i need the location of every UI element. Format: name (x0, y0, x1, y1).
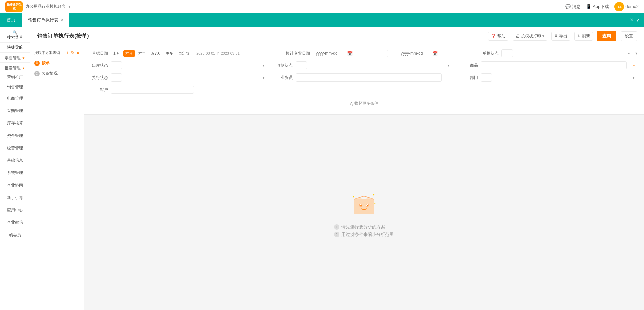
product-dots-btn[interactable]: ··· (629, 62, 637, 69)
payment-status-label: 收款状态 (275, 63, 293, 68)
collapse-panel-icon[interactable]: « (77, 50, 79, 55)
message-btn[interactable]: 💬 消息 (565, 4, 581, 10)
product-label: 商品 (461, 63, 478, 68)
sidebar-item-ecommerce[interactable]: 电商管理 (0, 92, 30, 105)
refresh-btn[interactable]: ↻ 刷新 (574, 32, 593, 41)
sidebar-item-operations[interactable]: 经营管理 (0, 142, 30, 154)
expected-date-start-wrapper: 📅 (313, 50, 388, 57)
sidebar-item-basic-info[interactable]: 基础信息 (0, 154, 30, 167)
scheme-item-shortage[interactable]: 欠 欠货情况 (30, 68, 84, 79)
user-name: demo2 (625, 4, 639, 9)
industry-dropdown-icon[interactable]: ▾ (68, 4, 71, 9)
wholesale-arrow-icon: ▲ (22, 66, 25, 70)
add-scheme-icon[interactable]: + (66, 50, 69, 55)
sidebar-search[interactable]: 🔍 搜索菜单 (0, 27, 30, 43)
page-header-actions: ❓ 帮助 🖨 按模板打印 ▾ ⬇ 导出 ↻ 刷新 查询 设置 (488, 31, 637, 45)
date-label: 单据日期 (91, 51, 108, 56)
user-avatar-btn[interactable]: Ea demo2 (614, 2, 639, 11)
sidebar-item-wholesale[interactable]: 批发管理 ▲ (0, 63, 30, 72)
sidebar-item-appstore[interactable]: 应用中心 (0, 204, 30, 216)
export-btn[interactable]: ⬇ 导出 (551, 32, 570, 41)
filter-collapse-section: ⋀ 收起更多条件 (91, 95, 637, 110)
refresh-icon: ↻ (577, 34, 581, 38)
tab-sales-exec[interactable]: 销售订单执行表 × (22, 13, 69, 27)
customer-dots-btn[interactable]: ··· (197, 86, 205, 93)
product-input[interactable] (481, 61, 627, 69)
sidebar-item-wechat[interactable]: 企业微信 (0, 216, 30, 229)
svg-point-4 (367, 205, 368, 206)
content-area: 按以下方案查询 + ✎ « 单 按单 欠 欠货情况 (30, 45, 644, 310)
calendar-end-icon[interactable]: 📅 (432, 51, 438, 56)
app-download-btn[interactable]: 📱 App下载 (586, 4, 609, 10)
dept-select-wrapper (481, 73, 637, 82)
customer-input[interactable] (111, 86, 194, 94)
collapse-filters-btn[interactable]: ⋀ 收起更多条件 (91, 99, 637, 108)
date-btn-this-month[interactable]: 本月 (123, 50, 135, 57)
sidebar-item-finance[interactable]: 资金管理 (0, 130, 30, 142)
collapse-arrow-icon: ⋀ (350, 101, 353, 106)
sidebar: 🔍 搜索菜单 快捷导航 零售管理 ▼ 批发管理 ▲ 营销推广 销售管理 电商管理… (0, 27, 30, 310)
sidebar-item-member[interactable]: 畅会员 (0, 229, 30, 241)
sidebar-quick-nav[interactable]: 快捷导航 (0, 43, 30, 53)
sidebar-item-inventory[interactable]: 库存核算 (0, 117, 30, 130)
svg-point-3 (360, 205, 362, 206)
right-panel: 单据日期 上月 本月 本年 近7天 更多 自定义 2023-03-01 至 20… (84, 45, 644, 310)
avatar: Ea (614, 2, 624, 11)
svg-rect-0 (354, 199, 374, 214)
empty-tip-2: 2 用过滤条件来缩小分析范围 (334, 231, 394, 238)
date-btn-more[interactable]: 更多 (164, 50, 175, 57)
print-icon: 🖨 (516, 34, 520, 38)
status-select[interactable] (501, 49, 513, 57)
sidebar-item-retail[interactable]: 零售管理 ▼ (0, 53, 30, 62)
tab-close-icon[interactable]: × (61, 18, 63, 22)
sidebar-item-sales[interactable]: 销售管理 (0, 82, 30, 92)
salesman-input[interactable] (296, 73, 442, 82)
date-btn-this-year[interactable]: 本年 (136, 50, 148, 57)
dept-label: 部门 (461, 75, 478, 81)
exec-status-select[interactable] (111, 73, 122, 82)
expected-date-start[interactable] (316, 51, 346, 56)
salesman-label: 业务员 (275, 75, 293, 81)
expected-date-end[interactable] (401, 51, 431, 56)
scheme-active-dot: 单 (34, 61, 40, 66)
scheme-item-by-order[interactable]: 单 按单 (30, 58, 84, 68)
sidebar-item-enterprise[interactable]: 企业协同 (0, 179, 30, 192)
left-panel-icons: + ✎ « (66, 50, 79, 55)
settings-button[interactable]: 设置 (621, 31, 637, 41)
payment-status-select-wrapper (296, 61, 452, 69)
out-status-select-wrapper (111, 61, 267, 69)
sidebar-item-system[interactable]: 系统管理 (0, 167, 30, 179)
window-maximize-icon[interactable]: ⤢ (636, 17, 640, 23)
help-btn[interactable]: ❓ 帮助 (488, 32, 508, 41)
salesman-dots-btn[interactable]: ··· (444, 74, 452, 81)
sidebar-item-purchase[interactable]: 采购管理 (0, 105, 30, 117)
edit-scheme-icon[interactable]: ✎ (71, 50, 75, 55)
out-status-select[interactable] (111, 61, 122, 69)
main-content: 🔍 搜索菜单 快捷导航 零售管理 ▼ 批发管理 ▲ 营销推广 销售管理 电商管理… (0, 27, 644, 310)
empty-tips: 1 请先选择要分析的方案 2 用过滤条件来缩小分析范围 (334, 223, 394, 239)
status-label: 单据状态 (481, 51, 499, 56)
sidebar-item-marketing[interactable]: 营销推广 (0, 72, 30, 82)
window-close-icon[interactable]: × (630, 17, 633, 24)
svg-text:✦: ✦ (374, 203, 376, 205)
topbar-right: 💬 消息 📱 App下载 Ea demo2 (565, 2, 639, 11)
date-range-text: 2023-03-01 至 2023-03-31 (196, 51, 240, 56)
calendar-start-icon[interactable]: 📅 (347, 51, 353, 56)
phone-icon: 📱 (586, 4, 591, 9)
sidebar-section-wholesale: 批发管理 ▲ 营销推广 销售管理 (0, 63, 30, 92)
svg-text:✦: ✦ (352, 195, 355, 198)
dept-select[interactable] (481, 73, 492, 82)
payment-status-select[interactable] (296, 61, 307, 69)
sidebar-item-newbie[interactable]: 新手引导 (0, 192, 30, 204)
date-btn-last-month[interactable]: 上月 (111, 50, 122, 57)
topbar-left: 畅捷通好生意 办公用品行业模拟账套 ▾ (5, 1, 71, 12)
tab-home[interactable]: 首页 (0, 13, 22, 27)
date-btn-7days[interactable]: 近7天 (149, 50, 162, 57)
filter-area: 单据日期 上月 本月 本年 近7天 更多 自定义 2023-03-01 至 20… (84, 45, 644, 115)
app-logo: 畅捷通好生意 (5, 1, 23, 12)
query-button[interactable]: 查询 (597, 31, 616, 41)
empty-tip-1: 1 请先选择要分析的方案 (334, 224, 394, 230)
page-header: 销售订单执行表(按单) ❓ 帮助 🖨 按模板打印 ▾ ⬇ 导出 ↻ 刷新 (30, 27, 644, 45)
date-btn-custom[interactable]: 自定义 (176, 50, 192, 57)
print-btn[interactable]: 🖨 按模板打印 ▾ (513, 32, 547, 41)
